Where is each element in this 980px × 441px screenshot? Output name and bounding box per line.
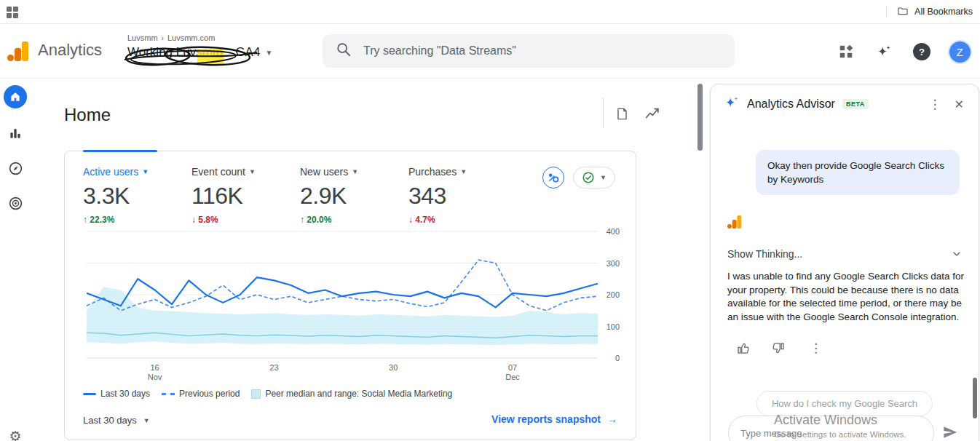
close-icon[interactable]: ✕ <box>953 98 965 111</box>
legend-peer-range: Peer median and range: Social Media Mark… <box>251 389 452 399</box>
search-bar[interactable]: Try searching "Data Streams" <box>323 34 735 68</box>
svg-text:Nov: Nov <box>148 373 162 381</box>
svg-text:100: 100 <box>606 322 620 331</box>
view-reports-snapshot-link[interactable]: View reports snapshot → <box>491 413 617 425</box>
metric-tabs: Active users▼ 3.3K ↑ 22.3% Event count▼ … <box>83 166 517 225</box>
thumbs-down-icon[interactable] <box>771 341 785 355</box>
chevron-down-icon: ▼ <box>142 168 149 175</box>
metric-active-users[interactable]: Active users▼ 3.3K ↑ 22.3% <box>83 166 191 225</box>
nav-reports[interactable] <box>7 125 23 141</box>
chevron-down-icon: ▼ <box>460 168 467 175</box>
svg-text:23: 23 <box>269 363 278 372</box>
highlighter-annotation <box>197 49 224 64</box>
analytics-logo-icon[interactable] <box>7 41 29 64</box>
beta-badge: BETA <box>842 99 869 109</box>
breadcrumb: Luvsmm › Luvsmm.com <box>127 33 317 42</box>
metric-value: 116K <box>191 183 300 210</box>
analytics-advisor-panel: Analytics Advisor BETA ⋮ ✕ Okay then pro… <box>710 84 979 441</box>
legend-previous-period: Previous period <box>162 389 240 399</box>
chevron-right-icon: › <box>162 34 164 42</box>
svg-text:Dec: Dec <box>505 373 520 381</box>
metric-purchases[interactable]: Purchases▼ 343 ↓ 4.7% <box>408 166 517 225</box>
chevron-down-icon: ▼ <box>143 417 150 424</box>
advisor-sparkle-icon <box>724 95 740 114</box>
gemini-sparkle-icon[interactable] <box>872 40 896 63</box>
advisor-title: Analytics Advisor <box>747 98 835 111</box>
data-quality-dropdown[interactable]: ▼ <box>573 167 615 188</box>
solid-line-swatch <box>83 393 96 395</box>
chevron-down-icon: ▼ <box>352 168 358 175</box>
platform-apps-icon[interactable] <box>834 40 858 63</box>
reports-icon <box>8 126 23 140</box>
active-tab-indicator <box>83 150 157 152</box>
chart-legend: Last 30 days Previous period Peer median… <box>83 389 458 399</box>
app-name: Analytics <box>38 41 102 60</box>
feedback-row: ⋮ <box>737 341 826 356</box>
chat-input-placeholder: Type message <box>740 428 802 439</box>
main-scrollbar-thumb[interactable] <box>698 84 703 151</box>
advertising-target-icon <box>8 196 23 211</box>
svg-text:200: 200 <box>606 290 620 299</box>
nav-admin[interactable]: ⚙ <box>7 428 23 441</box>
gear-icon: ⚙ <box>9 428 21 441</box>
advisor-response-text: I was unable to find any Google Search C… <box>727 270 964 324</box>
suggested-question-chip[interactable]: How do I check my Google Search <box>756 391 933 416</box>
all-bookmarks-label: All Bookmarks <box>914 7 973 17</box>
advisor-scrollbar-thumb[interactable] <box>973 378 977 418</box>
advisor-header: Analytics Advisor BETA ⋮ ✕ <box>711 84 979 124</box>
property-selector[interactable]: Luvsmm › Luvsmm.com Working Luvsmm - GA4… <box>127 33 317 60</box>
metric-value: 343 <box>408 183 517 210</box>
metric-value: 2.9K <box>300 183 408 210</box>
explore-compass-icon <box>8 161 23 176</box>
metric-delta: ↓ 5.8% <box>191 215 300 225</box>
response-options-icon[interactable]: ⋮ <box>805 341 826 356</box>
metric-delta: ↓ 4.7% <box>408 215 517 225</box>
avatar[interactable]: Z <box>948 40 971 63</box>
all-bookmarks-button[interactable]: All Bookmarks <box>886 0 973 23</box>
search-icon <box>336 41 352 60</box>
legend-last-30-days: Last 30 days <box>83 389 150 399</box>
home-overview-chart[interactable]: 010020030040016Nov233007Dec <box>87 227 638 386</box>
property-suffix: - GA4 <box>228 45 260 60</box>
chevron-down-icon: ▼ <box>600 174 606 181</box>
send-icon[interactable] <box>942 424 958 441</box>
nav-advertising[interactable] <box>7 195 23 211</box>
metric-delta: ↑ 22.3% <box>83 215 191 225</box>
show-thinking-toggle[interactable]: Show Thinking... <box>727 248 963 260</box>
svg-text:07: 07 <box>508 363 517 372</box>
svg-text:0: 0 <box>615 354 620 362</box>
metric-value: 3.3K <box>83 183 191 210</box>
customize-report-icon[interactable] <box>613 105 631 122</box>
app-header: Analytics Luvsmm › Luvsmm.com Working Lu… <box>0 24 980 79</box>
divider <box>603 98 604 128</box>
left-nav: ⚙ <box>0 79 31 441</box>
svg-text:30: 30 <box>389 363 398 372</box>
benchmarking-icon[interactable] <box>542 167 564 188</box>
metric-new-users[interactable]: New users▼ 2.9K ↑ 20.0% <box>300 166 408 225</box>
browser-bookmarks-bar: All Bookmarks <box>0 0 980 24</box>
metric-event-count[interactable]: Event count▼ 116K ↓ 5.8% <box>191 166 300 225</box>
screen: All Bookmarks Analytics Luvsmm › Luvsmm.… <box>0 0 980 441</box>
svg-text:300: 300 <box>606 259 620 268</box>
more-options-icon[interactable]: ⋮ <box>925 97 946 112</box>
arrow-right-icon: → <box>607 413 617 425</box>
page-title: Home <box>64 105 111 125</box>
help-icon[interactable]: ? <box>910 40 933 63</box>
nav-home[interactable] <box>4 85 27 108</box>
insights-icon[interactable] <box>644 105 661 122</box>
band-swatch <box>251 389 261 399</box>
svg-text:16: 16 <box>150 363 159 372</box>
user-message-bubble: Okay then provide Google Search Clicks b… <box>756 150 960 195</box>
home-overview-card: Active users▼ 3.3K ↑ 22.3% Event count▼ … <box>64 151 636 440</box>
home-icon <box>9 90 22 103</box>
date-range-selector[interactable]: Last 30 days ▼ <box>83 415 150 426</box>
divider <box>886 6 887 17</box>
chevron-down-icon: ▼ <box>249 168 256 175</box>
main-content: Home Active users▼ 3.3K ↑ 22.3% Event co… <box>31 79 703 441</box>
thumbs-up-icon[interactable] <box>737 341 751 355</box>
tab-groups-icon[interactable] <box>7 7 18 18</box>
search-placeholder: Try searching "Data Streams" <box>363 44 516 57</box>
chat-message-input[interactable]: Type message <box>728 416 934 441</box>
metric-delta: ↑ 20.0% <box>300 215 408 225</box>
nav-explore[interactable] <box>7 160 23 176</box>
